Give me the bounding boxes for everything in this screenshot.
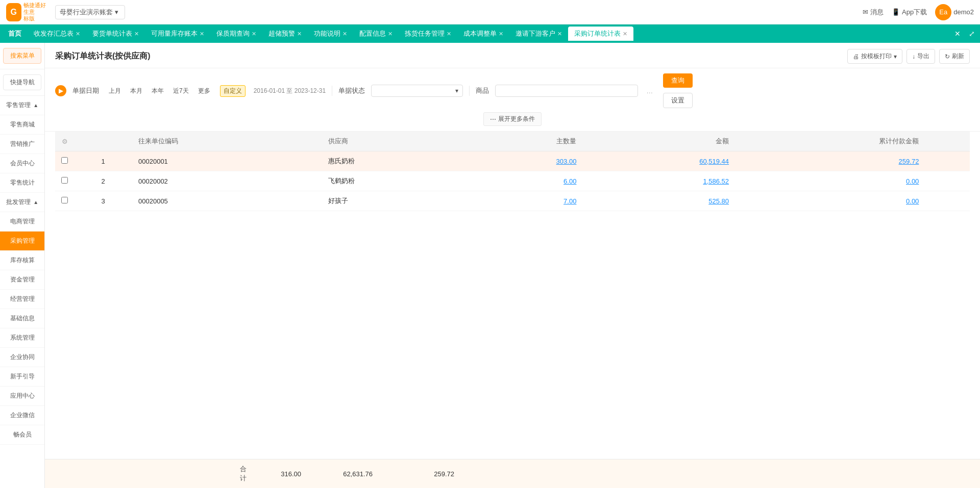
tab-home[interactable]: 首页 xyxy=(2,27,28,41)
avatar: Ea xyxy=(935,4,951,20)
logo-area: G 畅捷通好生意 标版 xyxy=(6,2,51,22)
tab-shoufacun[interactable]: 收发存汇总表 ✕ xyxy=(28,27,86,41)
user-avatar-area[interactable]: Ea demo2 xyxy=(935,4,974,20)
tab-baozhi[interactable]: 保质期查询 ✕ xyxy=(210,27,262,41)
message-btn[interactable]: ✉ 消息 xyxy=(863,8,884,17)
row-extra xyxy=(925,171,970,191)
quick-nav-btn[interactable]: 快捷导航 xyxy=(3,74,41,90)
tab-yaoqing[interactable]: 邀请下游客户 ✕ xyxy=(509,27,568,41)
tab-chengbentiaozeng[interactable]: 成本调整单 ✕ xyxy=(457,27,509,41)
filter-area: ▶ 单据日期 上月 本月 本年 近7天 更多 自定义 2016-01-01 至 … xyxy=(45,68,980,132)
date-custom-tag[interactable]: 自定义 xyxy=(220,85,246,97)
tab-yaohuo[interactable]: 要货单统计表 ✕ xyxy=(86,27,145,41)
row-check[interactable] xyxy=(55,191,74,211)
content-area: 采购订单统计表(按供应商) 🖨 按模板打印 ▾ ↓ 导出 ↻ 刷新 xyxy=(45,43,980,488)
row-check[interactable] xyxy=(55,171,74,191)
table-row: 3 00020005 好孩子 7.00 525.80 0.00 xyxy=(55,191,970,211)
header-actions: 🖨 按模板打印 ▾ ↓ 导出 ↻ 刷新 xyxy=(847,49,970,64)
col-amount: 金额 xyxy=(582,132,735,151)
filter-action-col: 查询 设置 xyxy=(663,73,693,108)
row-index: 1 xyxy=(74,151,132,171)
row-unit-code: 00020005 xyxy=(132,191,322,211)
table-row: 2 00020002 飞鹤奶粉 6.00 1,586.52 0.00 xyxy=(55,171,970,191)
sidebar-item-system[interactable]: 系统管理 xyxy=(0,328,44,348)
export-btn[interactable]: ↓ 导出 xyxy=(906,49,935,64)
sidebar-item-retail-stats[interactable]: 零售统计 xyxy=(0,173,44,193)
sidebar-item-member[interactable]: 会员中心 xyxy=(0,154,44,173)
tab-peizhixinxi[interactable]: 配置信息 ✕ xyxy=(353,27,399,41)
tab-jianhuo[interactable]: 拣货任务管理 ✕ xyxy=(399,27,457,41)
goods-filter-input[interactable] xyxy=(495,85,638,97)
sidebar-item-lingshei-mgmt[interactable]: 零售管理 ▲ xyxy=(0,96,44,115)
query-btn[interactable]: 查询 xyxy=(663,73,693,88)
close-icon[interactable]: ✕ xyxy=(297,31,302,37)
date-btn-last-month[interactable]: 上月 xyxy=(105,85,125,97)
template-print-btn[interactable]: 🖨 按模板打印 ▾ xyxy=(847,49,902,64)
close-icon[interactable]: ✕ xyxy=(342,31,347,37)
tab-chaoyujing[interactable]: 超储预警 ✕ xyxy=(262,27,308,41)
row-amount: 1,586.52 xyxy=(582,171,735,191)
sidebar-item-newbie[interactable]: 新手引导 xyxy=(0,367,44,387)
sidebar-item-inventory[interactable]: 库存核算 xyxy=(0,251,44,270)
settings-btn[interactable]: 设置 xyxy=(663,93,693,108)
sidebar-item-operation[interactable]: 经营管理 xyxy=(0,290,44,309)
close-icon[interactable]: ✕ xyxy=(499,31,503,37)
search-menu-btn[interactable]: 搜索菜单 xyxy=(3,48,41,64)
sidebar-item-app-center[interactable]: 应用中心 xyxy=(0,387,44,406)
tab-caigou-active[interactable]: 采购订单统计表 ✕ xyxy=(568,27,633,41)
col-unit-code: 往来单位编码 xyxy=(132,132,322,151)
date-btn-7days[interactable]: 近7天 xyxy=(169,85,192,97)
row-amount: 525.80 xyxy=(582,191,735,211)
tab-kuyongliang[interactable]: 可用量库存账本 ✕ xyxy=(145,27,210,41)
row-paid-amount: 259.72 xyxy=(735,151,925,171)
close-icon[interactable]: ✕ xyxy=(76,31,80,37)
tab-gongneng[interactable]: 功能说明 ✕ xyxy=(308,27,353,41)
nav-maximize-btn[interactable]: ⤢ xyxy=(966,28,978,40)
close-icon[interactable]: ✕ xyxy=(134,31,139,37)
close-icon[interactable]: ✕ xyxy=(557,31,562,37)
status-filter-label: 单据状态 xyxy=(338,86,365,95)
refresh-btn[interactable]: ↻ 刷新 xyxy=(939,49,970,64)
page-header: 采购订单统计表(按供应商) 🖨 按模板打印 ▾ ↓ 导出 ↻ 刷新 xyxy=(45,43,980,68)
top-bar: G 畅捷通好生意 标版 母婴行业演示账套 ▾ ✉ 消息 📱 App下载 Ea d… xyxy=(0,0,980,24)
row-quantity: 303.00 xyxy=(464,151,583,171)
sidebar-item-member2[interactable]: 畅会员 xyxy=(0,425,44,445)
row-unit-code: 00020001 xyxy=(132,151,322,171)
sidebar-item-wechat[interactable]: 企业微信 xyxy=(0,406,44,425)
sidebar-item-basic-info[interactable]: 基础信息 xyxy=(0,309,44,328)
date-btn-this-month[interactable]: 本月 xyxy=(127,85,146,97)
sidebar-item-finance[interactable]: 资金管理 xyxy=(0,270,44,290)
close-icon[interactable]: ✕ xyxy=(252,31,256,37)
message-icon: ✉ xyxy=(863,8,868,16)
close-icon[interactable]: ✕ xyxy=(388,31,393,37)
column-settings-icon[interactable]: ⚙ xyxy=(62,138,68,145)
sidebar-item-marketing[interactable]: 营销推广 xyxy=(0,135,44,154)
filter-toggle-btn[interactable]: ▶ xyxy=(55,85,66,96)
nav-close-btn[interactable]: ✕ xyxy=(951,28,964,40)
close-icon[interactable]: ✕ xyxy=(200,31,204,37)
row-supplier: 好孩子 xyxy=(322,191,463,211)
close-icon[interactable]: ✕ xyxy=(623,31,627,37)
sidebar-item-enterprise[interactable]: 企业协同 xyxy=(0,348,44,367)
status-filter-select[interactable]: ▾ xyxy=(371,85,463,97)
sidebar-item-purchase[interactable]: 采购管理 xyxy=(0,232,44,251)
date-btn-more[interactable]: 更多 xyxy=(194,85,214,97)
col-supplier: 供应商 xyxy=(322,132,463,151)
expand-more-btn[interactable]: ⋯ 展开更多条件 xyxy=(483,112,542,126)
close-icon[interactable]: ✕ xyxy=(447,31,451,37)
sidebar-item-lingshei-mall[interactable]: 零售商城 xyxy=(0,115,44,135)
goods-filter-label: 商品 xyxy=(476,86,489,95)
date-filter-label: 单据日期 xyxy=(72,86,99,95)
date-btn-this-year[interactable]: 本年 xyxy=(148,85,167,97)
date-range-text: 2016-01-01 至 2023-12-31 xyxy=(254,87,326,95)
workspace-selector[interactable]: 母婴行业演示账套 ▾ xyxy=(55,5,125,19)
col-index xyxy=(74,132,132,151)
page-title: 采购订单统计表(按供应商) xyxy=(55,51,151,62)
row-check[interactable] xyxy=(55,151,74,171)
app-download-btn[interactable]: 📱 App下载 xyxy=(892,8,927,17)
sidebar-item-ecommerce[interactable]: 电商管理 xyxy=(0,212,44,232)
sidebar-item-wholesale[interactable]: 批发管理 ▲ xyxy=(0,193,44,212)
logo-text: 畅捷通好生意 标版 xyxy=(23,2,51,22)
footer-amount: 62,631.76 xyxy=(301,470,373,478)
more-options-icon[interactable]: … xyxy=(646,87,653,95)
